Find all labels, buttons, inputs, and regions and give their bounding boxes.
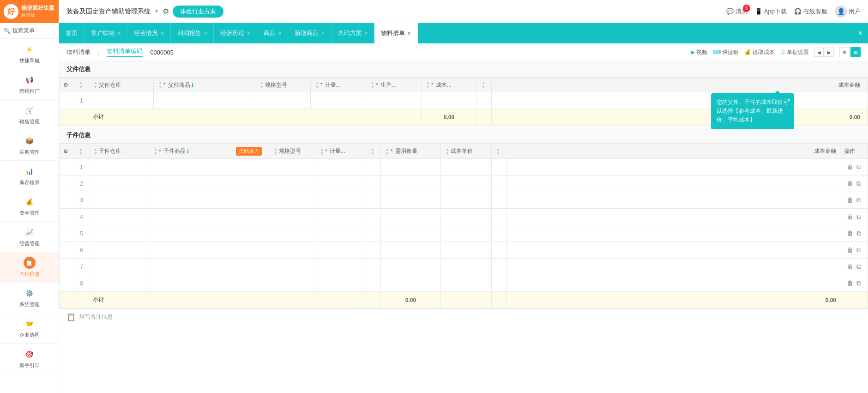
parent-th-spec: ▲▼ 规格型号 [255,78,311,92]
sidebar-item-marketing[interactable]: 📢 营销推广 [0,69,59,100]
parent-row1-goods[interactable] [154,92,255,109]
settings-gear-icon[interactable]: ⚙ [163,7,169,16]
sidebar-item-purchase[interactable]: 📦 采购管理 [0,130,59,161]
delete-icon[interactable]: 🗑 [847,263,853,270]
marketing-icon: 📢 [24,74,36,86]
copy-icon[interactable]: ⧉ [856,263,861,270]
child-subtotal-label: 小计 [89,292,366,308]
sidebar-item-operations[interactable]: 📈 经营管理 [0,222,59,252]
cost-icon: 💰 [744,49,751,55]
settings-action[interactable]: ☰ 单据设置 [780,48,809,56]
tab-new-goods[interactable]: 新增商品 × [288,23,331,43]
delete-icon[interactable]: 🗑 [847,279,853,287]
sidebar-item-sales[interactable]: 🛒 销售管理 [0,100,59,130]
copy-icon[interactable]: ⧉ [856,180,861,187]
sub-header: 物料清单 | 物料清单编码 0000005 ▶ 视频 ⌨ 快捷键 💰 提取成本 [59,43,868,61]
tab-barcode[interactable]: 条码方案 × [332,23,374,43]
tab-material[interactable]: 物料清单 × [374,23,417,43]
sub-header-left: 物料清单 | 物料清单编码 0000005 [66,47,174,57]
shortcut-action[interactable]: ⌨ 快捷键 [713,48,739,56]
nav-end-close-btn[interactable]: × [853,29,868,37]
app-download-btn[interactable]: 📱 App下载 [755,7,787,16]
sidebar: 好 畅捷通好生意 标准版 🔍 搜索菜单 ⚡ 快捷导航 📢 营销推广 🛒 销售管理… [0,0,59,393]
copy-icon[interactable]: ⧉ [856,279,861,287]
parent-th-gear[interactable]: ⚙ [60,78,74,92]
sidebar-logo: 好 畅捷通好生意 标准版 [0,0,59,23]
copy-icon[interactable]: ⧉ [856,230,861,237]
parent-th-cost-amount: 成本金额 [492,78,868,92]
cost-action[interactable]: 💰 提取成本 [744,48,775,56]
sidebar-item-quick-nav[interactable]: ⚡ 快捷导航 [0,39,59,69]
sidebar-item-basic-info[interactable]: 📋 基础信息 [0,252,59,283]
delete-icon[interactable]: 🗑 [847,180,853,187]
tab-profit-close[interactable]: × [204,30,207,36]
basic-info-icon: 📋 [24,257,36,269]
tab-history[interactable]: 经营历程 × [214,23,257,43]
online-service-btn[interactable]: 🎧 在线客服 [794,7,827,16]
system-dropdown-arrow[interactable]: ▼ [154,9,159,14]
sub-tab-list[interactable]: 物料清单 [66,48,90,56]
sub-tab-form[interactable]: 物料清单编码 [107,47,143,57]
tab-customer-close[interactable]: × [118,30,121,36]
list-view-btn[interactable]: ≡ [839,47,850,57]
tooltip-close-btn[interactable]: × [787,96,790,105]
parent-th-warehouse: ▲▼ 父件仓库 [89,78,154,92]
sidebar-item-system[interactable]: ⚙️ 系统管理 [0,283,59,313]
tab-operations[interactable]: 经营情况 × [127,23,170,43]
trial-button[interactable]: 体验行业方案 [173,6,223,18]
table-row: 6 🗑 ⧉ [60,242,868,259]
tooltip-text: 您的父件、子件的成本取值可以选择【参考成本、最新进价、平均成本】 [717,99,789,123]
copy-icon[interactable]: ⧉ [856,196,861,204]
delete-icon[interactable]: 🗑 [847,213,853,220]
quick-nav-icon: ⚡ [24,43,36,55]
next-arrow[interactable]: ▶ [825,48,834,57]
sidebar-item-cooperation[interactable]: 🤝 企业协同 [0,313,59,344]
delete-icon[interactable]: 🗑 [847,196,853,204]
tab-goods-close[interactable]: × [278,30,281,36]
sidebar-item-guide[interactable]: 🎯 新手引导 [0,344,59,374]
purchase-icon: 📦 [24,135,36,147]
tab-goods[interactable]: 商品 × [257,23,288,43]
user-profile-btn[interactable]: 👤 用户 [835,6,861,18]
tab-customer[interactable]: 客户联络 × [84,23,127,43]
child-th-qty: ▲▼ * 需用数量 [381,144,441,159]
main-content: 装备及固定资产辅助管理系统 ▼ ⚙ 体验行业方案 💬 6 消息 📱 App下载 … [59,0,868,393]
parent-row1-cost[interactable] [422,92,477,109]
parent-row1-warehouse[interactable] [89,92,154,109]
tab-new-goods-close[interactable]: × [321,30,324,36]
tab-profit[interactable]: 利润报告 × [171,23,214,43]
parent-row1-produce[interactable] [366,92,422,109]
tab-home[interactable]: 首页 [59,23,84,43]
search-menu[interactable]: 🔍 搜索菜单 [0,23,59,39]
tab-operations-close[interactable]: × [161,30,163,36]
sidebar-item-finance[interactable]: 💰 资金管理 [0,191,59,222]
operations-icon: 📈 [24,226,36,238]
grid-view-btn[interactable]: ⊞ [850,47,861,57]
video-action[interactable]: ▶ 视频 [691,48,707,56]
parent-row1-unit[interactable] [311,92,366,109]
tab-material-close[interactable]: × [408,30,410,36]
delete-icon[interactable]: 🗑 [847,163,853,170]
copy-icon[interactable]: ⧉ [856,246,861,254]
copy-icon[interactable]: ⧉ [856,213,861,220]
video-icon: ▶ [691,49,695,55]
scan-input-btn[interactable]: 扫码录入 [236,147,262,156]
table-row: 5 🗑 ⧉ [60,225,868,242]
notification-icon[interactable]: 💬 6 消息 [726,7,747,16]
table-row: 8 🗑 ⧉ [60,275,868,292]
sidebar-item-inventory[interactable]: 📊 库存核算 [0,161,59,191]
prev-arrow[interactable]: ◀ [814,48,824,57]
parent-row1-spec[interactable] [255,92,311,109]
delete-icon[interactable]: 🗑 [847,246,853,254]
delete-icon[interactable]: 🗑 [847,230,853,237]
tab-barcode-close[interactable]: × [365,30,368,36]
tab-history-close[interactable]: × [247,30,250,36]
parent-goods-info-icon[interactable]: ℹ [192,82,193,88]
child-th-gear[interactable]: ⚙ [60,144,74,159]
parent-row1-cost-amount[interactable] [492,92,868,109]
notes-hint[interactable]: 填写备注信息 [79,313,113,321]
child-th-scan: 扫码录入 [232,144,269,159]
copy-icon[interactable]: ⧉ [856,163,861,170]
finance-icon: 💰 [24,196,36,208]
child-goods-info-icon[interactable]: ℹ [187,148,189,154]
